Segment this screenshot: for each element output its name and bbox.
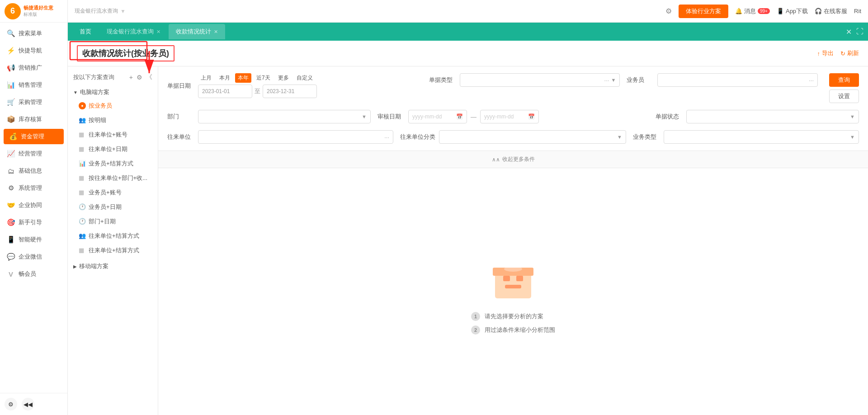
sidebar-item-purchase[interactable]: 🛒 采购管理	[0, 94, 67, 111]
scheme-item-salesman-account[interactable]: ▦ 业务员+账号	[68, 185, 158, 200]
tab-maximize-icon[interactable]: ⛶	[856, 28, 863, 36]
date-shortcut-more[interactable]: 更多	[275, 73, 292, 83]
refresh-button[interactable]: ↻ 刷新	[840, 49, 859, 57]
export-button[interactable]: ↑ 导出	[817, 49, 834, 57]
home-tab-label: 首页	[80, 28, 91, 36]
empty-state: 1 请先选择要分析的方案 2 用过滤条件来缩小分析范围	[158, 168, 868, 415]
sidebar-item-smart-hw[interactable]: 📱 智能硬件	[0, 231, 67, 248]
collection-tab-close-icon[interactable]: ✕	[214, 29, 218, 35]
inventory-icon: 📦	[7, 115, 15, 123]
add-scheme-icon[interactable]: +	[129, 74, 133, 81]
business-type-label: 业务类型	[633, 133, 660, 141]
partner-more-icon[interactable]: ···	[384, 134, 389, 141]
user-info[interactable]: Rit	[854, 8, 861, 14]
review-end-placeholder: yyyy-mm-dd	[484, 113, 514, 120]
review-date-start-input[interactable]: yyyy-mm-dd 📅	[408, 110, 467, 123]
scheme-item-by-salesman[interactable]: ● 按业务员	[68, 99, 158, 113]
tab-bank-flow[interactable]: 现金银行流水查询 ✕	[99, 24, 168, 39]
marketing-icon: 📢	[7, 64, 15, 72]
scheme-group-desktop-title[interactable]: ▼ 电脑端方案	[68, 86, 158, 99]
sidebar-item-label-smart-hw: 智能硬件	[19, 236, 42, 244]
tab-collection[interactable]: 收款情况统计 ✕	[169, 24, 225, 39]
sidebar-item-finance[interactable]: 💰 资金管理	[4, 129, 64, 144]
scheme-item-unit-calc1[interactable]: 👥 往来单位+结算方式	[68, 229, 158, 243]
sidebar-item-system[interactable]: ⚙ 系统管理	[0, 179, 67, 197]
business-type-select[interactable]: ▼	[664, 130, 859, 144]
calendar-start-icon[interactable]: 📅	[456, 113, 463, 120]
date-start-input[interactable]: 2023-01-01	[198, 85, 252, 98]
collapse-scheme-icon[interactable]: 《	[146, 73, 152, 81]
doc-type-label: 单据类型	[429, 76, 456, 84]
review-start-placeholder: yyyy-mm-dd	[412, 113, 442, 120]
smart-hw-icon: 📱	[7, 236, 15, 244]
date-shortcut-custom[interactable]: 自定义	[294, 73, 316, 83]
scheme-item-salesman-calc[interactable]: 📊 业务员+结算方式	[68, 156, 158, 171]
scheme-header-text: 按以下方案查询	[73, 73, 114, 81]
tab-close-all-icon[interactable]: ✕	[846, 28, 852, 36]
notification-item[interactable]: 🔔 消息 99+	[735, 7, 770, 15]
system-icon: ⚙	[7, 184, 15, 192]
date-end-input[interactable]: 2023-12-31	[263, 85, 317, 98]
review-date-end-input[interactable]: yyyy-mm-dd 📅	[480, 110, 539, 123]
tab-home[interactable]: 首页	[72, 24, 99, 39]
sidebar-item-label-system: 系统管理	[19, 184, 42, 192]
sidebar-item-wechat[interactable]: 💬 企业微信	[0, 248, 67, 265]
date-shortcut-this-year[interactable]: 本年	[235, 73, 251, 83]
partner-category-label: 往来单位分类	[400, 133, 435, 141]
date-label: 单据日期	[167, 82, 194, 90]
customer-service-item[interactable]: 🎧 在线客服	[815, 7, 847, 15]
sidebar-item-base-info[interactable]: 🗂 基础信息	[0, 162, 67, 179]
sidebar-item-search-menu[interactable]: 🔍 搜索菜单	[0, 25, 67, 42]
step-2-text: 用过滤条件来缩小分析范围	[485, 326, 555, 334]
scheme-group-mobile-title[interactable]: ▶ 移动端方案	[68, 260, 158, 273]
scheme-item-dept-date[interactable]: 🕐 部门+日期	[68, 214, 158, 229]
doc-status-select[interactable]: ▼	[686, 110, 859, 123]
app-download-label: App下载	[786, 7, 808, 15]
app-download-item[interactable]: 📱 App下载	[777, 7, 808, 15]
sidebar-item-sales[interactable]: 📊 销售管理	[0, 76, 67, 94]
scheme-item-unit-date[interactable]: ▦ 往来单位+日期	[68, 142, 158, 156]
doc-type-more-icon[interactable]: ···	[604, 77, 609, 84]
query-button[interactable]: 查询	[829, 73, 859, 87]
date-shortcut-this-month[interactable]: 本月	[217, 73, 233, 83]
bank-flow-tab-close-icon[interactable]: ✕	[156, 29, 160, 35]
settings-bottom-icon[interactable]: ⚙	[5, 398, 17, 410]
sidebar-item-operations[interactable]: 📈 经营管理	[0, 145, 67, 162]
sidebar-item-member[interactable]: V 畅会员	[0, 265, 67, 283]
dept-select[interactable]: ▼	[198, 110, 371, 123]
empty-step-1: 1 请先选择要分析的方案	[471, 312, 555, 321]
salesman-select[interactable]: ···	[657, 73, 818, 87]
tab-bar: 首页 现金银行流水查询 ✕ 收款情况统计 ✕ ✕ ⛶	[68, 23, 868, 41]
sidebar-item-enterprise[interactable]: 🤝 企业协同	[0, 197, 67, 214]
collapse-bottom-icon[interactable]: ◀◀	[22, 398, 34, 410]
notification-badge: 99+	[758, 8, 770, 14]
partner-category-select[interactable]: ▼	[439, 130, 626, 144]
operations-icon: 📈	[7, 150, 15, 158]
scheme-item-unit-account[interactable]: ▦ 往来单位+账号	[68, 127, 158, 142]
sales-icon: 📊	[7, 81, 15, 89]
sidebar-item-guide[interactable]: 🎯 新手引导	[0, 214, 67, 231]
collapse-bar[interactable]: ∧∧ 收起更多条件	[158, 151, 868, 168]
empty-steps: 1 请先选择要分析的方案 2 用过滤条件来缩小分析范围	[471, 312, 555, 335]
date-shortcut-7days[interactable]: 近7天	[254, 73, 273, 83]
gear-topbar-icon[interactable]: ⚙	[665, 7, 672, 15]
doc-type-select[interactable]: ··· ▼	[460, 73, 620, 87]
trial-industry-button[interactable]: 体验行业方案	[679, 5, 728, 18]
partner-select[interactable]: ···	[198, 130, 393, 144]
salesman-more-icon[interactable]: ···	[809, 77, 814, 84]
date-shortcut-last-month[interactable]: 上月	[198, 73, 214, 83]
settings-button[interactable]: 设置	[829, 90, 859, 103]
scheme-item-salesman-date[interactable]: 🕐 业务员+日期	[68, 200, 158, 214]
sidebar-item-inventory[interactable]: 📦 库存核算	[0, 111, 67, 128]
scheme-item-unit-dept[interactable]: ▦ 按往来单位+部门+收...	[68, 171, 158, 185]
calendar-end-icon[interactable]: 📅	[528, 113, 535, 120]
settings-scheme-icon[interactable]: ⚙	[137, 74, 142, 81]
sidebar-item-marketing[interactable]: 📢 营销推广	[0, 59, 67, 76]
content-area: 按以下方案查询 + ⚙ 《 ▼ 电脑端方案 ● 按业务员	[68, 66, 868, 415]
sidebar-item-quick-nav[interactable]: ⚡ 快捷导航	[0, 42, 67, 59]
scheme-item-label-unit-calc1: 往来单位+结算方式	[89, 232, 139, 240]
scheme-item-unit-calc2[interactable]: ▦ 往来单位+结算方式	[68, 243, 158, 258]
scheme-item-by-detail[interactable]: 👥 按明细	[68, 113, 158, 127]
dept-arrow-icon: ▼	[362, 114, 367, 119]
review-date-label: 审核日期	[377, 113, 405, 121]
